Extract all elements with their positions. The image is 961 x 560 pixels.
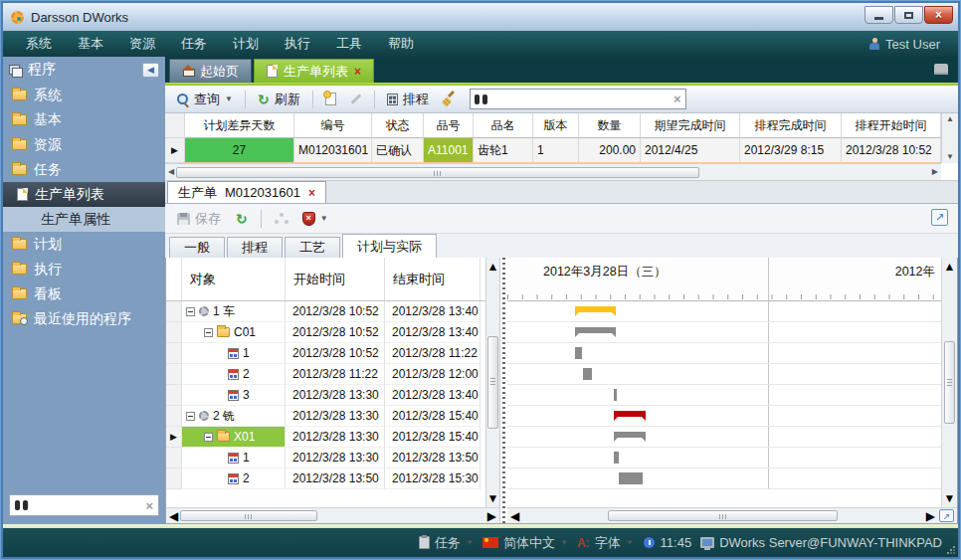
chevron-down-icon[interactable]: ▼ xyxy=(626,538,634,547)
chevron-down-icon[interactable]: ▼ xyxy=(560,538,568,547)
pin-icon[interactable] xyxy=(934,64,948,73)
schedule-button[interactable]: 排程 xyxy=(383,89,433,110)
menu-item-基本[interactable]: 基本 xyxy=(65,35,116,53)
column-header-版本[interactable]: 版本 xyxy=(533,113,579,138)
gantt-row-3[interactable] xyxy=(507,385,941,406)
tree-object-cell[interactable]: 2 铣 xyxy=(182,406,286,427)
status-language[interactable]: 简体中文 ▼ xyxy=(482,534,568,552)
query-button[interactable]: 查询 ▼ xyxy=(173,89,237,110)
gantt-bar-task[interactable] xyxy=(575,347,582,359)
tree-object-cell[interactable]: 3 xyxy=(182,385,286,406)
menu-item-执行[interactable]: 执行 xyxy=(272,35,323,53)
grid-cell-数量[interactable]: 200.00 xyxy=(579,138,641,163)
grid-cell-状态[interactable]: 已确认 xyxy=(372,138,424,163)
menu-item-帮助[interactable]: 帮助 xyxy=(375,35,427,53)
tree-object-cell[interactable]: C01 xyxy=(182,322,286,343)
tree-row-3[interactable]: 32012/3/28 13:302012/3/28 13:40 xyxy=(166,385,485,406)
scroll-right-icon[interactable]: ▶ xyxy=(487,509,496,523)
grid-cell-品名[interactable]: 齿轮1 xyxy=(474,138,533,163)
scroll-left-icon[interactable]: ◀ xyxy=(510,509,519,523)
sidebar-search-clear-icon[interactable]: × xyxy=(145,499,153,512)
expander-icon[interactable] xyxy=(204,433,213,442)
tree-object-cell[interactable]: 2 xyxy=(182,364,286,385)
tree-row-C01[interactable]: C012012/3/28 10:522012/3/28 13:40 xyxy=(166,322,485,343)
tree-column-header-结束时间[interactable]: 结束时间 xyxy=(385,258,480,300)
scroll-down-icon[interactable]: ▼ xyxy=(946,153,954,161)
sidebar-search-box[interactable]: × xyxy=(9,494,159,516)
grid-cell-计划差异天数[interactable]: 27 xyxy=(185,138,294,163)
gantt-horizontal-scrollbar[interactable]: ◀ ▶ ↗ xyxy=(507,507,957,523)
gantt-row-C01[interactable] xyxy=(507,322,941,343)
gantt-bar-task[interactable] xyxy=(614,389,617,401)
tree-row-1[interactable]: 12012/3/28 13:302012/3/28 13:50 xyxy=(166,448,485,468)
gantt-row-1[interactable] xyxy=(507,343,941,364)
tree-object-cell[interactable]: 1 xyxy=(182,448,286,468)
expander-icon[interactable] xyxy=(186,412,195,421)
column-header-数量[interactable]: 数量 xyxy=(579,113,641,138)
filter-clear-icon[interactable]: × xyxy=(673,93,681,105)
close-icon[interactable]: × xyxy=(308,187,315,199)
gantt-bar-summary[interactable] xyxy=(614,432,646,438)
tree-object-cell[interactable]: 2 xyxy=(182,468,286,489)
scroll-left-icon[interactable]: ◀ xyxy=(169,509,178,523)
expander-icon[interactable] xyxy=(186,307,195,316)
cancel-confirm-button[interactable]: × ▼ xyxy=(298,210,332,228)
gantt-vertical-scrollbar[interactable]: ▲ ▼ xyxy=(941,258,957,507)
subtab-工艺[interactable]: 工艺 xyxy=(285,237,340,258)
menu-item-资源[interactable]: 资源 xyxy=(116,35,168,53)
chevron-down-icon[interactable]: ▼ xyxy=(225,94,233,103)
tree-row-2 铣[interactable]: 2 铣2012/3/28 13:302012/3/28 15:40 xyxy=(166,406,485,427)
tree-row-1[interactable]: 12012/3/28 10:522012/3/28 11:22 xyxy=(166,343,485,364)
restore-button[interactable] xyxy=(894,6,923,24)
open-in-window-icon[interactable]: ↗ xyxy=(931,209,948,226)
chevron-down-icon[interactable]: ▼ xyxy=(466,538,474,547)
grid-cell-期望完成时间[interactable]: 2012/4/25 xyxy=(641,138,740,163)
column-header-期望完成时间[interactable]: 期望完成时间 xyxy=(641,113,740,138)
grid-cell-排程完成时间[interactable]: 2012/3/29 8:15 xyxy=(740,138,842,163)
save-button[interactable]: 保存 xyxy=(173,208,225,230)
tree-column-header-开始时间[interactable]: 开始时间 xyxy=(286,258,385,300)
detail-refresh-button[interactable]: ↻ xyxy=(232,210,252,228)
scroll-up-icon[interactable]: ▲ xyxy=(944,260,956,274)
gantt-row-2 铣[interactable] xyxy=(507,406,941,427)
tab-起始页[interactable]: 起始页 xyxy=(169,59,252,83)
column-header-计划差异天数[interactable]: 计划差异天数 xyxy=(185,113,294,138)
clean-button[interactable] xyxy=(439,91,460,107)
scroll-right-icon[interactable]: ▶ xyxy=(926,509,935,523)
sidebar-item-执行[interactable]: 执行 xyxy=(3,257,165,281)
resize-grip[interactable] xyxy=(946,545,955,554)
column-header-品名[interactable]: 品名 xyxy=(474,113,533,138)
sidebar-item-任务[interactable]: 任务 xyxy=(3,157,165,182)
tree-horizontal-scrollbar[interactable]: ◀ ▶ xyxy=(166,507,499,523)
order-document-tab[interactable]: 生产单 M012031601 × xyxy=(167,181,326,203)
sidebar-item-生产单列表[interactable]: 生产单列表 xyxy=(3,182,165,207)
menu-item-工具[interactable]: 工具 xyxy=(323,35,375,53)
grid-cell-品号[interactable]: A11001 xyxy=(424,138,474,163)
sidebar-item-资源[interactable]: 资源 xyxy=(3,132,165,157)
tree-row-1 车[interactable]: 1 车2012/3/28 10:522012/3/28 13:40 xyxy=(166,301,485,322)
chevron-down-icon[interactable]: ▼ xyxy=(320,214,328,223)
scroll-left-icon[interactable]: ◀ xyxy=(168,168,174,176)
grid-cell-排程开始时间[interactable]: 2012/3/28 10:52 xyxy=(842,138,941,163)
subtab-一般[interactable]: 一般 xyxy=(169,237,225,258)
gantt-row-X01[interactable] xyxy=(507,427,941,448)
gantt-row-1[interactable] xyxy=(507,448,941,468)
tree-vertical-scrollbar[interactable]: ▲ ▼ xyxy=(485,258,499,507)
tree-object-cell[interactable]: X01 xyxy=(182,427,286,448)
expander-icon[interactable] xyxy=(204,328,213,337)
tab-生产单列表[interactable]: 生产单列表× xyxy=(254,59,374,83)
table-row[interactable]: ▶27M012031601已确认A11001齿轮11200.002012/4/2… xyxy=(165,138,941,163)
subtab-计划与实际[interactable]: 计划与实际 xyxy=(342,234,437,258)
tab-close-icon[interactable]: × xyxy=(354,66,361,78)
subtab-排程[interactable]: 排程 xyxy=(227,237,283,258)
column-header-排程完成时间[interactable]: 排程完成时间 xyxy=(740,113,842,138)
close-button[interactable]: × xyxy=(924,6,953,24)
gantt-row-1 车[interactable] xyxy=(507,301,941,322)
menu-item-系统[interactable]: 系统 xyxy=(13,35,65,53)
gantt-bar-summary[interactable] xyxy=(575,306,616,312)
column-header-排程开始时间[interactable]: 排程开始时间 xyxy=(842,113,941,138)
gantt-bar-summary[interactable] xyxy=(575,327,616,333)
tree-row-2[interactable]: 22012/3/28 13:502012/3/28 15:30 xyxy=(166,468,485,489)
tree-row-2[interactable]: 22012/3/28 11:222012/3/28 12:00 xyxy=(166,364,485,385)
gantt-row-2[interactable] xyxy=(507,468,941,489)
